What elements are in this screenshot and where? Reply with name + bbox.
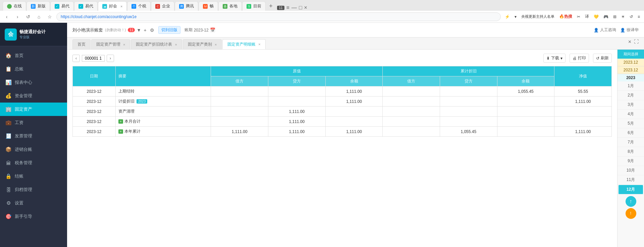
period-month-item[interactable]: 11月: [618, 175, 644, 185]
period-month-item[interactable]: 6月: [618, 128, 644, 138]
cell-date: 2023-12: [73, 97, 116, 107]
page-tab-category[interactable]: 固定资产类别 ×: [183, 39, 222, 49]
extension-icon[interactable]: ⚡: [503, 14, 511, 20]
settings-icon: ⚙: [5, 200, 11, 206]
sidebar-item-inventory[interactable]: 📦 进销台账: [0, 143, 67, 156]
logo-icon: 会: [5, 28, 17, 41]
switch-version-button[interactable]: 切到旧版: [158, 26, 180, 34]
prev-page-button[interactable]: ‹: [72, 55, 80, 62]
browser-tab-1[interactable]: 在线: [3, 1, 26, 11]
browser-tab-3[interactable]: ✓ 易代: [50, 1, 74, 11]
period-month-item[interactable]: 7月: [618, 138, 644, 147]
period-edit-icon[interactable]: 📅: [210, 27, 215, 33]
cell-orig-debit: [211, 107, 268, 117]
maximize-icon[interactable]: □: [299, 5, 302, 11]
page-tab-close-depreciation[interactable]: ×: [175, 43, 177, 47]
add-account-icon[interactable]: +: [144, 27, 146, 33]
close-tab-area-icon[interactable]: ×: [628, 39, 631, 45]
tab-label-2: 新版: [38, 3, 46, 9]
sidebar-item-archive[interactable]: 🗄 归档管理: [0, 183, 67, 196]
print-button[interactable]: 🖨 打印: [570, 54, 589, 63]
page-tab-depreciation[interactable]: 固定资产折旧统计表 ×: [131, 39, 182, 49]
period-feedback-button[interactable]: !: [626, 208, 636, 219]
sidebar-item-closing[interactable]: 🔒 结账: [0, 170, 67, 183]
sidebar-item-report[interactable]: 📊 报表中心: [0, 76, 67, 89]
user-profile-button[interactable]: 👤 徐译华: [620, 27, 639, 33]
brightness-icon[interactable]: ☀: [620, 14, 626, 20]
browser-tab-9[interactable]: M 畅: [199, 1, 218, 11]
wallet-icon[interactable]: 💛: [592, 14, 600, 20]
more-icon[interactable]: ≡: [636, 14, 641, 20]
period-month-item[interactable]: 9月: [618, 157, 644, 166]
page-tab-close-detail[interactable]: ×: [258, 42, 260, 46]
period-month-item[interactable]: 4月: [618, 110, 644, 119]
browser-tab-5-active[interactable]: ☁ 好会 ×: [98, 1, 127, 11]
tab-menu-icon[interactable]: ≡: [286, 5, 289, 11]
period-month-item[interactable]: 3月: [618, 100, 644, 110]
page-tab-home[interactable]: 首页: [72, 39, 91, 49]
page-tab-home-label: 首页: [77, 42, 86, 47]
cut-icon[interactable]: ✂: [576, 14, 582, 20]
sidebar-item-ledger[interactable]: 📋 总账: [0, 62, 67, 76]
close-browser-icon[interactable]: ×: [304, 5, 307, 11]
user-note: (勿删勿动！): [105, 27, 126, 33]
tab-label-3: 易代: [61, 3, 69, 9]
sidebar-item-tax[interactable]: 🏛 税务管理: [0, 156, 67, 170]
browser-tab-10[interactable]: 各 各地: [218, 1, 242, 11]
undo-icon[interactable]: ↺: [628, 14, 634, 20]
content-area: ‹ 000001 1 › ⬇ 下载 ▾: [67, 50, 644, 247]
browser-tab-4[interactable]: ✓ 易代: [74, 1, 98, 11]
refresh-button[interactable]: ↺: [24, 13, 32, 21]
next-page-button[interactable]: ›: [107, 55, 114, 62]
home-browser-button[interactable]: ⌂: [35, 13, 43, 21]
sidebar-item-home[interactable]: 🏠 首页: [0, 49, 67, 62]
tab-close-5[interactable]: ×: [120, 4, 122, 8]
cell-accum-credit: [440, 117, 497, 127]
refresh-ledger-button[interactable]: ↺ 刷新: [593, 54, 612, 63]
page-tab-detail-ledger[interactable]: 固定资产明细账 ×: [222, 39, 265, 49]
period-month-item[interactable]: 2月: [618, 91, 644, 100]
settings-circle-icon[interactable]: ⚙: [150, 27, 154, 33]
page-tab-close-fixed-mgmt[interactable]: ×: [123, 43, 125, 47]
browser-tab-2[interactable]: 新 新版: [26, 1, 50, 11]
sidebar-item-settings[interactable]: ⚙ 设置: [0, 196, 67, 210]
sidebar-item-fund[interactable]: 💰 资金管理: [0, 89, 67, 103]
period-month-item[interactable]: 5月: [618, 119, 644, 128]
page-tabs: 首页 固定资产管理 × 固定资产折旧统计表 × 固定资产类别 × 固定资产明细账…: [67, 38, 644, 50]
browser-tab-8[interactable]: 腾 腾讯: [175, 1, 198, 11]
account-dropdown-icon[interactable]: ▾: [138, 27, 140, 33]
help-button[interactable]: 👤 人工咨询: [594, 27, 616, 33]
browser-tab-7[interactable]: C 企业: [151, 1, 174, 11]
sidebar-item-salary[interactable]: 💼 工资: [0, 116, 67, 129]
tab-favicon-9: M: [203, 4, 208, 9]
expand-tab-area-icon[interactable]: ⛶: [634, 39, 639, 45]
download-button[interactable]: ⬇ 下载 ▾: [543, 54, 566, 63]
translate-icon[interactable]: 译: [584, 13, 590, 20]
grid-icon[interactable]: ⊞: [612, 14, 618, 20]
bookmark-button[interactable]: ☆: [46, 13, 54, 21]
forward-button[interactable]: ›: [13, 13, 21, 21]
back-button[interactable]: ‹: [3, 13, 11, 21]
cell-accum-debit: [383, 86, 440, 97]
cell-date: 2023-12: [73, 127, 116, 137]
tab-label-4: 易代: [85, 3, 93, 9]
sidebar-item-fixed-assets[interactable]: 🏢 固定资产: [0, 103, 67, 116]
page-tab-fixed-mgmt[interactable]: 固定资产管理 ×: [91, 39, 130, 49]
dropdown-icon[interactable]: ▾: [513, 14, 518, 20]
browser-tab-6[interactable]: 个 个税: [127, 1, 151, 11]
period-up-button[interactable]: ↑: [626, 196, 636, 207]
period-month-item[interactable]: 8月: [618, 147, 644, 157]
period-month-item[interactable]: 10月: [618, 166, 644, 175]
game-icon[interactable]: 🎮: [602, 14, 610, 20]
period-month-item[interactable]: 1月: [618, 81, 644, 91]
action-buttons: ⬇ 下载 ▾ 🖨 打印 ↺ 刷新: [543, 54, 612, 63]
sidebar-item-guide[interactable]: 🎯 新手引导: [0, 210, 67, 223]
address-bar-input[interactable]: [56, 12, 501, 21]
user-label: 徐译华: [627, 27, 639, 33]
page-tab-close-category[interactable]: ×: [215, 43, 217, 47]
new-tab-button[interactable]: +: [266, 1, 275, 11]
browser-tab-11[interactable]: S 目前: [242, 1, 266, 11]
minimize-icon[interactable]: —: [291, 5, 297, 11]
period-month-item[interactable]: 12月: [619, 185, 643, 194]
sidebar-item-invoice[interactable]: 🧾 发票管理: [0, 129, 67, 143]
